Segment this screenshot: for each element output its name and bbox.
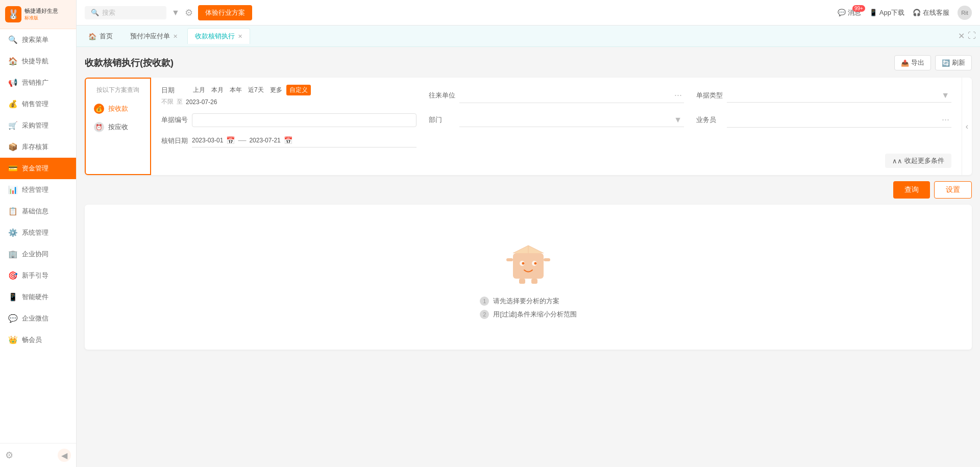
date-btn-7days[interactable]: 近7天 (246, 85, 266, 95)
empty-illustration (503, 235, 554, 286)
svg-rect-0 (513, 253, 544, 279)
sidebar-item-label: 基础信息 (22, 207, 48, 216)
content-inner: 收款核销执行(按收款) 📤 导出 🔄 刷新 按以下方案查询 (85, 55, 972, 350)
sidebar-item-system[interactable]: ⚙️系统管理 (0, 222, 76, 243)
enterprise-icon: 🏢 (8, 250, 18, 259)
sidebar-item-guide[interactable]: 🎯新手引导 (0, 265, 76, 286)
date-btn-last-month[interactable]: 上月 (191, 85, 207, 95)
topbar-gear-icon[interactable]: ⚙ (185, 7, 193, 18)
staff-filter-group: 业务员 ··· (696, 112, 951, 128)
bill-no-filter-group: 单据编号 (161, 112, 416, 128)
filter-receipt-icon: 💰 (94, 104, 104, 114)
bill-no-input[interactable] (192, 113, 416, 127)
export-label: 导出 (911, 58, 924, 67)
sidebar-settings-icon[interactable]: ⚙ (5, 450, 13, 461)
topbar: 🔍 搜索 ▼ ⚙ 体验行业方案 💬 消息 99+ 📱 App下载 🎧 在线客服 (77, 0, 980, 26)
inventory-icon: 📦 (8, 142, 18, 152)
filter-area: 按以下方案查询 💰 按收款 ⏰ 按应收 (85, 78, 972, 175)
tab-expand-icon[interactable]: ⛶ (968, 31, 976, 41)
filter-option-by-receivable[interactable]: ⏰ 按应收 (86, 118, 150, 136)
sales-icon: 💰 (8, 100, 18, 109)
bill-type-select-area[interactable]: ▼ (727, 89, 951, 103)
tab-prepay[interactable]: 预付冲应付单 ✕ (122, 28, 185, 44)
export-button[interactable]: 📤 导出 (894, 55, 931, 70)
sidebar-item-funds[interactable]: 💳资金管理 (0, 158, 76, 179)
export-icon: 📤 (901, 59, 909, 67)
app-icon: 📱 (869, 9, 877, 16)
tabbar: 🏠 首页 预付冲应付单 ✕ 收款核销执行 ✕ ✕ ⛶ (77, 26, 980, 47)
sidebar-item-member[interactable]: 👑畅会员 (0, 329, 76, 351)
date-btn-more[interactable]: 更多 (268, 85, 284, 95)
partner-input-area[interactable]: ··· (459, 88, 684, 103)
sidebar-item-sales[interactable]: 💰销售管理 (0, 93, 76, 115)
sidebar-item-label: 营销推广 (22, 78, 48, 87)
online-service-button[interactable]: 🎧 在线客服 (913, 8, 949, 17)
date-btn-this-year[interactable]: 本年 (228, 85, 244, 95)
sidebar-item-quick-nav[interactable]: 🏠快捷导航 (0, 51, 76, 72)
partner-dots-icon[interactable]: ··· (672, 90, 684, 101)
writeoff-date-label: 核销日期 (161, 136, 188, 145)
search-icon: 🔍 (8, 35, 18, 44)
tab-receivable-close-icon[interactable]: ✕ (238, 33, 242, 40)
staff-input-area[interactable]: ··· (727, 112, 951, 128)
refresh-label: 刷新 (952, 58, 965, 67)
sidebar-item-enterprise[interactable]: 🏢企业协同 (0, 243, 76, 265)
dept-select-area[interactable]: ▼ (459, 113, 684, 127)
sidebar-item-basic[interactable]: 📋基础信息 (0, 201, 76, 222)
date-range-to: 至 (177, 97, 183, 106)
query-button[interactable]: 查询 (893, 181, 930, 199)
date-label: 日期 (161, 86, 188, 95)
filter-sidebar-collapse-button[interactable]: ‹ (962, 78, 972, 175)
refresh-icon: 🔄 (942, 59, 950, 67)
system-icon: ⚙️ (8, 228, 18, 237)
settings-button[interactable]: 设置 (934, 181, 972, 199)
collapse-more-label: 收起更多条件 (904, 156, 944, 165)
sidebar-item-search[interactable]: 🔍搜索菜单 (0, 29, 76, 51)
tab-close-all-icon[interactable]: ✕ (958, 31, 965, 41)
writeoff-end-cal-icon[interactable]: 📅 (284, 136, 292, 144)
date-range-end-value: 2023-07-26 (186, 99, 217, 106)
messages-button[interactable]: 💬 消息 99+ (838, 8, 861, 17)
bill-type-chevron-icon[interactable]: ▼ (939, 91, 951, 100)
writeoff-date-filter-group: 核销日期 2023-03-01 📅 — 2023-07-21 📅 (161, 134, 416, 148)
filter-receivable-icon: ⏰ (94, 122, 104, 132)
filter-option-by-receipt[interactable]: 💰 按收款 (86, 100, 150, 118)
page-title: 收款核销执行(按收款) (85, 57, 174, 69)
tip-text-2: 用[过滤]条件来缩小分析范围 (493, 310, 576, 319)
staff-label: 业务员 (696, 115, 723, 125)
topbar-search-area[interactable]: 🔍 搜索 (85, 6, 166, 19)
dept-chevron-icon[interactable]: ▼ (672, 115, 684, 125)
sidebar-item-operation[interactable]: 📊经营管理 (0, 179, 76, 201)
guide-icon: 🎯 (8, 271, 18, 280)
page-actions: 📤 导出 🔄 刷新 (894, 55, 972, 70)
industry-button[interactable]: 体验行业方案 (198, 5, 252, 20)
sidebar-item-marketing[interactable]: 📢营销推广 (0, 72, 76, 93)
user-avatar[interactable]: Rit (958, 6, 972, 20)
tab-prepay-close-icon[interactable]: ✕ (173, 33, 178, 40)
writeoff-separator: — (238, 136, 246, 145)
sidebar-item-label: 销售管理 (22, 100, 48, 109)
writeoff-start-value: 2023-03-01 (192, 137, 223, 144)
main-area: 🔍 搜索 ▼ ⚙ 体验行业方案 💬 消息 99+ 📱 App下载 🎧 在线客服 (77, 0, 980, 467)
sidebar-item-inventory[interactable]: 📦库存核算 (0, 136, 76, 158)
sidebar-item-purchase[interactable]: 🛒采购管理 (0, 115, 76, 136)
app-download-button[interactable]: 📱 App下载 (869, 8, 904, 17)
filter-sidebar-title: 按以下方案查询 (86, 86, 150, 100)
sidebar-item-wechat[interactable]: 💬企业微信 (0, 308, 76, 329)
sidebar-item-hardware[interactable]: 📱智能硬件 (0, 286, 76, 308)
staff-dots-icon[interactable]: ··· (940, 114, 951, 125)
wechat-icon: 💬 (8, 314, 18, 323)
search-icon: 🔍 (91, 9, 99, 16)
tab-receivable[interactable]: 收款核销执行 ✕ (187, 28, 250, 44)
refresh-button[interactable]: 🔄 刷新 (935, 55, 972, 70)
tab-home[interactable]: 🏠 首页 (81, 28, 120, 44)
date-btn-custom[interactable]: 自定义 (286, 85, 311, 95)
writeoff-start-cal-icon[interactable]: 📅 (226, 136, 235, 144)
sidebar: 🐰 畅捷通好生意 标准版 🔍搜索菜单🏠快捷导航📢营销推广💰销售管理🛒采购管理📦库… (0, 0, 77, 467)
tab-home-label: 首页 (100, 32, 113, 41)
topbar-right: 💬 消息 99+ 📱 App下载 🎧 在线客服 Rit (838, 6, 972, 20)
date-btn-this-month[interactable]: 本月 (209, 85, 226, 95)
sidebar-collapse-button[interactable]: ◀ (58, 449, 71, 462)
date-range-nolimit: 不限 (161, 97, 174, 106)
collapse-more-button[interactable]: ∧∧ 收起更多条件 (885, 154, 951, 168)
